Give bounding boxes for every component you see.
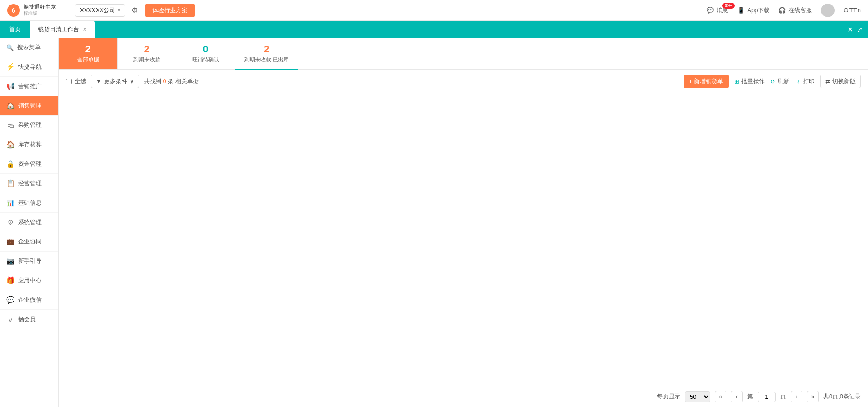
logo-area: 6 畅捷通好生意 标准版 — [7, 4, 66, 17]
print-action[interactable]: 🖨 打印 — [795, 77, 815, 85]
sidebar-item-enterprise[interactable]: 💼 企业协同 — [0, 232, 58, 252]
avatar-img — [821, 4, 835, 17]
sidebar-item-label: 企业微信 — [18, 296, 42, 304]
enterprise-wx-icon: 💬 — [6, 296, 14, 304]
switch-version-button[interactable]: ⇄ 切换新版 — [820, 75, 861, 88]
message-action[interactable]: 💬 消息 99+ — [707, 6, 728, 14]
company-name: XXXXXX公司 — [80, 6, 115, 14]
sidebar-item-operation[interactable]: 📋 经营管理 — [0, 174, 58, 193]
select-all-checkbox[interactable]: 全选 — [66, 77, 86, 85]
sidebar-search-label: 搜索菜单 — [17, 43, 41, 51]
operation-icon: 📋 — [6, 179, 14, 187]
sidebar-item-quick-nav[interactable]: ⚡ 快捷导航 — [0, 57, 58, 77]
filter-chevron-icon: ∨ — [130, 78, 134, 85]
stats-tab-outbound[interactable]: 2 到期未收款 已出库 — [235, 38, 298, 69]
app-center-icon: 🎁 — [6, 276, 14, 285]
prev-page-button[interactable]: ‹ — [731, 391, 743, 402]
sidebar-search[interactable]: 🔍 搜索菜单 — [0, 38, 58, 57]
sidebar-item-member[interactable]: V 畅会员 — [0, 310, 58, 329]
select-all-label: 全选 — [75, 77, 86, 85]
sidebar-item-label: 快捷导航 — [18, 63, 42, 71]
username-area: OfTEn — [844, 7, 861, 14]
sidebar-item-sales[interactable]: 🏠 销售管理 — [0, 96, 58, 116]
app-download-action[interactable]: 📱 App下载 — [737, 6, 769, 14]
sidebar-item-inventory[interactable]: 🏠 库存核算 — [0, 135, 58, 154]
tab-expand-button[interactable]: ⤢ — [857, 25, 863, 34]
select-all-input[interactable] — [66, 79, 72, 84]
toolbar-right: + 新增销货单 ⊞ 批量操作 ↺ 刷新 🖨 打印 ⇄ 切换新版 — [684, 75, 861, 88]
sidebar-item-purchase[interactable]: 🛍 采购管理 — [0, 116, 58, 135]
sidebar-item-finance[interactable]: 🔒 资金管理 — [0, 154, 58, 174]
logo-icon: 6 — [7, 4, 20, 17]
sidebar-item-label: 库存核算 — [18, 140, 42, 149]
sales-icon: 🏠 — [6, 102, 14, 110]
stats-label-pending: 旺铺待确认 — [185, 56, 226, 64]
switch-icon: ⇄ — [825, 78, 830, 85]
stats-tab-pending[interactable]: 0 旺铺待确认 — [176, 38, 235, 69]
logo-name: 畅捷通好生意 — [24, 4, 56, 11]
sidebar-item-label: 资金管理 — [18, 160, 42, 168]
page-number-input[interactable] — [758, 392, 776, 402]
first-page-button[interactable]: « — [715, 391, 726, 402]
inventory-icon: 🏠 — [6, 140, 14, 149]
sidebar-item-marketing[interactable]: 📢 营销推广 — [0, 77, 58, 96]
avatar[interactable] — [821, 4, 835, 17]
sidebar-item-label: 企业协同 — [18, 238, 42, 246]
refresh-action[interactable]: ↺ 刷新 — [770, 77, 789, 85]
tab-minimize-button[interactable]: ✕ — [847, 25, 853, 34]
next-page-button[interactable]: › — [791, 391, 802, 402]
sidebar-item-label: 应用中心 — [18, 276, 42, 285]
sidebar-item-basic-info[interactable]: 📊 基础信息 — [0, 193, 58, 213]
per-page-select[interactable]: 50 100 200 — [685, 391, 710, 402]
filter-button[interactable]: ▼ 更多条件 ∨ — [91, 75, 139, 88]
stats-num-outbound: 2 — [244, 43, 289, 55]
sidebar-item-label: 系统管理 — [18, 218, 42, 226]
company-selector[interactable]: XXXXXX公司 ▾ — [75, 4, 125, 17]
batch-icon: ⊞ — [734, 78, 739, 85]
stats-label-all: 全部单据 — [68, 56, 108, 64]
tab-home[interactable]: 首页 — [0, 21, 30, 38]
logo-sub: 标准版 — [24, 10, 56, 17]
pagination-bar: 每页显示 50 100 200 « ‹ 第 页 › » 共0页,0条记录 — [59, 386, 868, 407]
tab-work-label: 钱货日清工作台 — [38, 25, 79, 33]
per-page-label: 每页显示 — [657, 393, 680, 401]
online-service-action[interactable]: 🎧 在线客服 — [778, 6, 812, 14]
tab-work[interactable]: 钱货日清工作台 ✕ — [30, 21, 95, 38]
system-icon: ⚙ — [6, 218, 14, 226]
stats-label-outbound: 到期未收款 已出库 — [244, 56, 289, 64]
switch-label: 切换新版 — [832, 77, 856, 85]
sidebar-item-enterprise-wx[interactable]: 💬 企业微信 — [0, 290, 58, 310]
stats-tab-overdue[interactable]: 2 到期未收款 — [118, 38, 176, 69]
sidebar-item-label: 销售管理 — [18, 102, 42, 110]
batch-action[interactable]: ⊞ 批量操作 — [734, 77, 765, 85]
stats-num-overdue: 2 — [127, 43, 167, 55]
message-badge: 99+ — [722, 3, 735, 9]
sidebar: 🔍 搜索菜单 ⚡ 快捷导航 📢 营销推广 🏠 销售管理 🛍 采购管理 🏠 库存核… — [0, 38, 59, 407]
stats-tab-all[interactable]: 2 全部单据 — [59, 38, 118, 69]
found-count: 共找到 0 条 相关单据 — [144, 77, 199, 85]
finance-icon: 🔒 — [6, 160, 14, 168]
add-sales-button[interactable]: + 新增销货单 — [684, 75, 729, 88]
tab-close-icon[interactable]: ✕ — [83, 27, 87, 33]
stats-label-overdue: 到期未收款 — [127, 56, 167, 64]
sidebar-item-app-center[interactable]: 🎁 应用中心 — [0, 271, 58, 290]
found-num: 0 — [163, 78, 166, 84]
print-icon: 🖨 — [795, 78, 801, 85]
sidebar-item-label: 基础信息 — [18, 199, 42, 207]
tab-bar: 首页 钱货日清工作台 ✕ ✕ ⤢ — [0, 21, 868, 38]
app-download-icon: 📱 — [737, 7, 745, 14]
guide-icon: 📷 — [6, 257, 14, 265]
content-area: 2 全部单据 2 到期未收款 0 旺铺待确认 2 到期未收款 已出库 全选 — [59, 38, 868, 407]
list-area — [59, 93, 868, 386]
sidebar-item-guide[interactable]: 📷 新手引导 — [0, 252, 58, 271]
last-page-button[interactable]: » — [807, 391, 819, 402]
online-service-icon: 🎧 — [778, 7, 786, 14]
trial-button[interactable]: 体验行业方案 — [145, 4, 195, 17]
stats-tabs: 2 全部单据 2 到期未收款 0 旺铺待确认 2 到期未收款 已出库 — [59, 38, 868, 70]
chevron-down-icon: ▾ — [118, 8, 120, 13]
search-icon: 🔍 — [6, 44, 14, 51]
sidebar-item-label: 畅会员 — [18, 315, 36, 323]
sidebar-item-system[interactable]: ⚙ 系统管理 — [0, 213, 58, 232]
batch-label: 批量操作 — [741, 77, 765, 85]
settings-icon[interactable]: ⚙ — [130, 4, 140, 16]
